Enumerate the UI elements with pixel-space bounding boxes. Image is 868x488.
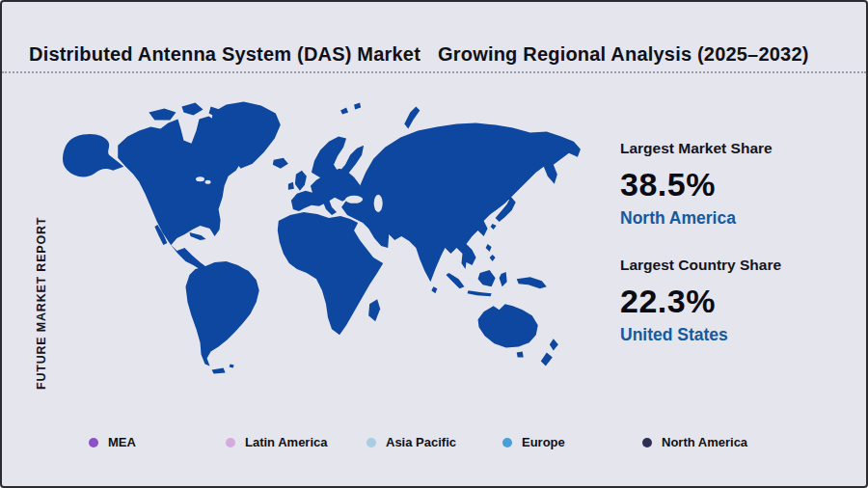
legend-dot-mea (89, 438, 98, 447)
stat-region: North America (620, 208, 861, 229)
landmass-new-guinea (517, 277, 547, 288)
landmass-arctic-islands (149, 102, 222, 120)
landmass-svalbard (340, 102, 361, 114)
legend-label: Europe (522, 435, 565, 449)
page-title-market: Distributed Antenna System (DAS) Market (29, 43, 420, 65)
legend-label: Asia Pacific (386, 435, 456, 449)
landmass-sri-lanka (431, 286, 437, 293)
landmass-caribbean (189, 232, 205, 240)
landmass-australia (478, 304, 538, 347)
landmass-alaska (63, 134, 123, 176)
landmass-tierra-del-fuego (212, 364, 234, 373)
infographic-frame: Distributed Antenna System (DAS) MarketG… (0, 0, 868, 488)
stat-largest-country-share: Largest Country Share 22.3% United State… (620, 257, 861, 345)
landmass-italy (323, 200, 337, 215)
landmass-philippines (486, 244, 496, 261)
landmass-new-zealand (541, 339, 558, 366)
legend-item-asia-pacific: Asia Pacific (366, 435, 456, 449)
landmass-south-america (185, 261, 258, 366)
legend-dot-asia-pacific (366, 438, 376, 447)
page-title: Distributed Antenna System (DAS) MarketG… (29, 43, 809, 66)
stat-region: United States (620, 325, 861, 345)
legend-item-europe: Europe (502, 435, 565, 449)
landmass-north-america (118, 117, 240, 277)
landmass-uk-ireland (288, 171, 307, 191)
stat-value: 22.3% (620, 283, 861, 320)
dotted-divider (2, 71, 866, 73)
stat-label: Largest Market Share (620, 140, 861, 157)
legend-dot-europe (502, 438, 512, 447)
brand-watermark: FUTURE MARKET REPORT (35, 217, 48, 390)
legend-item-mea: MEA (89, 435, 136, 449)
landmass-africa (278, 212, 383, 335)
landmass-iceland (273, 158, 288, 169)
landmass-indonesia (446, 270, 506, 296)
landmass-tasmania (517, 351, 524, 357)
legend-item-north-america: North America (642, 435, 747, 449)
stat-largest-market-share: Largest Market Share 38.5% North America (620, 140, 861, 229)
legend-item-latin-america: Latin America (226, 435, 328, 449)
black-sea (345, 196, 363, 203)
caspian-sea (374, 195, 383, 212)
landmass-novaya-zemlya (404, 106, 420, 128)
landmasses (63, 101, 581, 373)
stat-label: Largest Country Share (620, 257, 861, 274)
legend-label: Latin America (245, 435, 328, 449)
world-map (58, 83, 600, 403)
legend-dot-latin-america (226, 438, 235, 447)
legend-label: North America (662, 435, 747, 449)
great-lake-east (205, 180, 211, 184)
page-title-analysis: Growing Regional Analysis (2025–2032) (438, 43, 809, 65)
legend-label: MEA (108, 435, 136, 449)
legend-dot-north-america (642, 438, 652, 447)
stat-value: 38.5% (620, 166, 861, 203)
great-lake-west (196, 176, 204, 181)
landmass-madagascar (368, 299, 380, 321)
